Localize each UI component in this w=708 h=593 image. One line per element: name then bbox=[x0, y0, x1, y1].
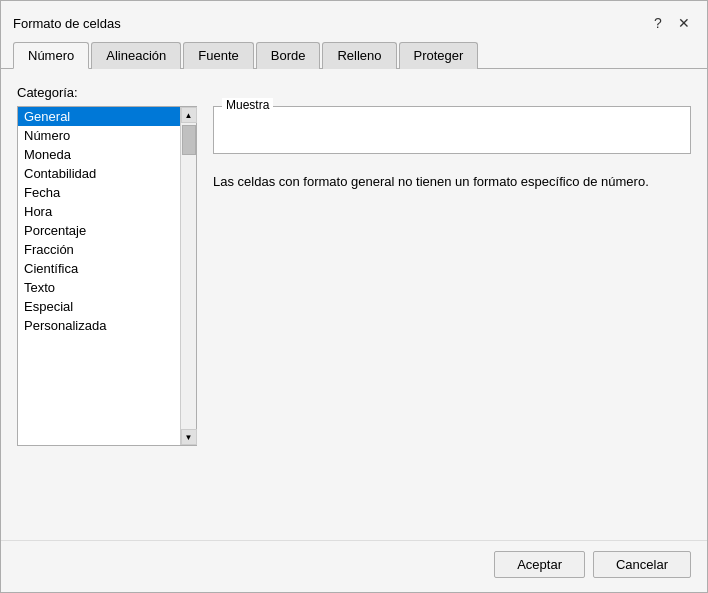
tab-numero[interactable]: Número bbox=[13, 42, 89, 69]
muestra-group: Muestra bbox=[213, 106, 691, 154]
category-list-inner: General Número Moneda Contabilidad Fecha… bbox=[18, 107, 180, 445]
dialog-footer: Aceptar Cancelar bbox=[1, 540, 707, 592]
category-list: General Número Moneda Contabilidad Fecha… bbox=[18, 107, 180, 445]
scroll-down-arrow[interactable]: ▼ bbox=[181, 429, 197, 445]
accept-button[interactable]: Aceptar bbox=[494, 551, 585, 578]
list-item[interactable]: Número bbox=[18, 126, 180, 145]
close-button[interactable]: ✕ bbox=[673, 12, 695, 34]
dialog-content: Categoría: General Número Moneda Contabi… bbox=[1, 69, 707, 540]
cancel-button[interactable]: Cancelar bbox=[593, 551, 691, 578]
list-item[interactable]: Especial bbox=[18, 297, 180, 316]
main-area: General Número Moneda Contabilidad Fecha… bbox=[17, 106, 691, 524]
right-panel: Muestra Las celdas con formato general n… bbox=[213, 106, 691, 524]
category-list-wrapper: General Número Moneda Contabilidad Fecha… bbox=[17, 106, 197, 446]
list-item[interactable]: Hora bbox=[18, 202, 180, 221]
tab-bar: Número Alineación Fuente Borde Relleno P… bbox=[1, 41, 707, 69]
list-item[interactable]: Fecha bbox=[18, 183, 180, 202]
list-item[interactable]: Moneda bbox=[18, 145, 180, 164]
category-label: Categoría: bbox=[17, 85, 691, 100]
scroll-thumb[interactable] bbox=[182, 125, 196, 155]
list-item[interactable]: Personalizada bbox=[18, 316, 180, 335]
format-cells-dialog: Formato de celdas ? ✕ Número Alineación … bbox=[0, 0, 708, 593]
list-item[interactable]: Texto bbox=[18, 278, 180, 297]
tab-alineacion[interactable]: Alineación bbox=[91, 42, 181, 69]
tab-proteger[interactable]: Proteger bbox=[399, 42, 479, 69]
list-item[interactable]: Científica bbox=[18, 259, 180, 278]
scrollbar-track: ▲ ▼ bbox=[180, 107, 196, 445]
format-description: Las celdas con formato general no tienen… bbox=[213, 172, 691, 192]
scroll-up-arrow[interactable]: ▲ bbox=[181, 107, 197, 123]
tab-borde[interactable]: Borde bbox=[256, 42, 321, 69]
tab-fuente[interactable]: Fuente bbox=[183, 42, 253, 69]
help-button[interactable]: ? bbox=[647, 12, 669, 34]
muestra-legend: Muestra bbox=[222, 98, 273, 112]
list-item[interactable]: Contabilidad bbox=[18, 164, 180, 183]
tab-relleno[interactable]: Relleno bbox=[322, 42, 396, 69]
list-item[interactable]: Fracción bbox=[18, 240, 180, 259]
list-item[interactable]: General bbox=[18, 107, 180, 126]
dialog-title: Formato de celdas bbox=[13, 16, 121, 31]
title-bar-controls: ? ✕ bbox=[647, 12, 695, 34]
list-item[interactable]: Porcentaje bbox=[18, 221, 180, 240]
title-bar: Formato de celdas ? ✕ bbox=[1, 1, 707, 37]
